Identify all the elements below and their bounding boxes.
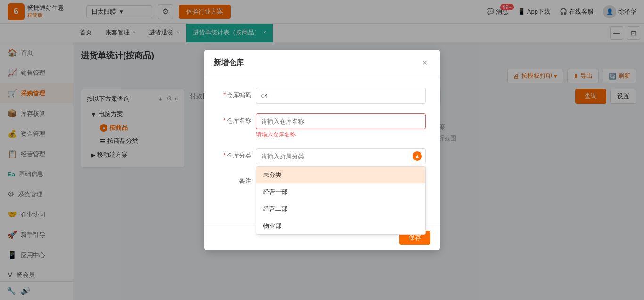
name-label: *仓库名称 bbox=[218, 113, 251, 125]
modal-row-category: *仓库分类 ▲ 未分类 经营一部 经营二部 物业部 bbox=[218, 148, 426, 164]
name-error-message: 请输入仓库名称 bbox=[256, 131, 426, 139]
modal-title: 新增仓库 bbox=[214, 58, 244, 68]
code-label: *仓库编码 bbox=[218, 88, 251, 100]
category-dropdown-arrow[interactable]: ▲ bbox=[413, 151, 422, 161]
dropdown-item-2[interactable]: 经营二部 bbox=[256, 200, 425, 217]
category-select-wrap: ▲ 未分类 经营一部 经营二部 物业部 bbox=[256, 148, 426, 164]
code-input-wrap bbox=[256, 88, 426, 104]
name-input[interactable] bbox=[256, 113, 426, 129]
name-input-wrap: 请输入仓库名称 bbox=[256, 113, 426, 139]
dropdown-item-1[interactable]: 经营一部 bbox=[256, 183, 425, 200]
modal-header: 新增仓库 × bbox=[204, 50, 440, 76]
add-warehouse-modal: 新增仓库 × *仓库编码 *仓库名称 请输入仓库名称 bbox=[204, 50, 440, 250]
category-dropdown-list: 未分类 经营一部 经营二部 物业部 bbox=[256, 166, 426, 235]
dropdown-item-0[interactable]: 未分类 bbox=[256, 167, 425, 183]
modal-overlay: 新增仓库 × *仓库编码 *仓库名称 请输入仓库名称 bbox=[0, 0, 644, 300]
code-input[interactable] bbox=[256, 88, 426, 104]
modal-row-name: *仓库名称 请输入仓库名称 bbox=[218, 113, 426, 139]
notes-label: 备注 bbox=[218, 174, 251, 185]
category-label: *仓库分类 bbox=[218, 148, 251, 160]
modal-close-button[interactable]: × bbox=[419, 57, 430, 68]
dropdown-item-3[interactable]: 物业部 bbox=[256, 217, 425, 234]
modal-row-code: *仓库编码 bbox=[218, 88, 426, 104]
modal-body: *仓库编码 *仓库名称 请输入仓库名称 *仓库分类 bbox=[204, 76, 440, 225]
category-input[interactable] bbox=[256, 148, 426, 164]
